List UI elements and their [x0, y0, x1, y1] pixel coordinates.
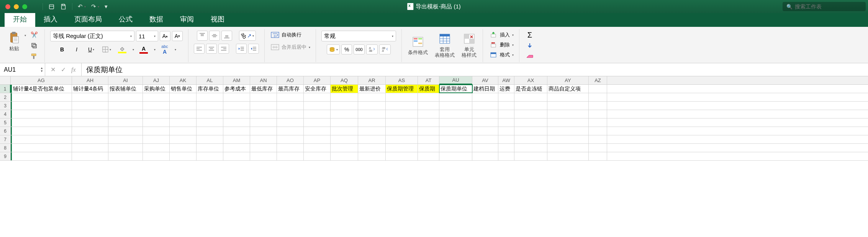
column-header-AO[interactable]: AO [277, 76, 304, 84]
cell-AW1[interactable]: 运费 [498, 85, 514, 93]
column-header-AP[interactable]: AP [304, 76, 331, 84]
redo-icon[interactable]: ↷ ▾ [91, 3, 99, 10]
cell-AT8[interactable] [418, 144, 439, 152]
home-icon[interactable] [48, 3, 55, 10]
cell-AM9[interactable] [223, 152, 250, 160]
tab-数据[interactable]: 数据 [141, 12, 172, 27]
cell-AP1[interactable]: 安全库存 [304, 85, 331, 93]
name-box[interactable]: ▲▼ [0, 63, 45, 76]
align-right-button[interactable] [218, 44, 229, 54]
cell-AR8[interactable] [358, 144, 386, 152]
cell-AR7[interactable] [358, 135, 386, 143]
cell-AJ3[interactable] [143, 102, 170, 110]
cell-AU5[interactable] [439, 118, 472, 127]
cell-AW9[interactable] [498, 152, 514, 160]
cell-AJ1[interactable]: 采购单位 [143, 85, 170, 93]
cell-AR4[interactable] [358, 110, 386, 118]
tab-插入[interactable]: 插入 [35, 12, 66, 27]
column-header-AG[interactable]: AG [11, 76, 72, 84]
cell-AY1[interactable]: 商品自定义项 [547, 85, 589, 93]
cell-AR1[interactable]: 最新进价 [358, 85, 386, 93]
cell-AP4[interactable] [304, 110, 331, 118]
row-header-2[interactable]: 2 [0, 93, 11, 101]
cell-AG2[interactable] [11, 93, 72, 101]
select-all-corner[interactable] [0, 76, 11, 84]
cell-AT3[interactable] [418, 102, 439, 110]
cell-AY5[interactable] [547, 118, 589, 127]
tab-开始[interactable]: 开始 [5, 12, 35, 27]
cell-AN9[interactable] [250, 152, 277, 160]
cell-AH3[interactable] [72, 102, 108, 110]
cell-AM8[interactable] [223, 144, 250, 152]
cell-AW8[interactable] [498, 144, 514, 152]
cell-AV6[interactable] [472, 127, 498, 135]
font-size-combo[interactable]: 11▾ [136, 31, 158, 41]
cell-AG3[interactable] [11, 102, 72, 110]
phonetic-dropdown[interactable]: ▾ [175, 48, 176, 51]
cell-AP8[interactable] [304, 144, 331, 152]
cell-AS7[interactable] [386, 135, 418, 143]
cell-AW3[interactable] [498, 102, 514, 110]
fill-button[interactable] [525, 41, 535, 50]
column-header-AT[interactable]: AT [418, 76, 439, 84]
cell-AZ2[interactable] [589, 93, 607, 101]
fx-icon[interactable]: fx [71, 66, 76, 73]
cell-AU9[interactable] [439, 152, 472, 160]
cell-AG8[interactable] [11, 144, 72, 152]
column-header-AI[interactable]: AI [108, 76, 143, 84]
format-painter-icon[interactable] [29, 52, 39, 61]
cell-AT5[interactable] [418, 118, 439, 127]
cell-AY3[interactable] [547, 102, 589, 110]
align-bottom-button[interactable] [221, 31, 232, 41]
delete-cells-button[interactable]: 删除▾ [488, 41, 514, 49]
cell-AO5[interactable] [277, 118, 304, 127]
column-header-AV[interactable]: AV [472, 76, 498, 84]
column-header-AQ[interactable]: AQ [331, 76, 358, 84]
cell-AZ7[interactable] [589, 135, 607, 143]
align-top-button[interactable] [197, 31, 208, 41]
cell-AT9[interactable] [418, 152, 439, 160]
cell-AH9[interactable] [72, 152, 108, 160]
cell-AY7[interactable] [547, 135, 589, 143]
accept-formula-icon[interactable]: ✓ [61, 66, 66, 73]
column-header-AU[interactable]: AU [439, 76, 472, 84]
cell-AQ7[interactable] [331, 135, 358, 143]
cell-AV7[interactable] [472, 135, 498, 143]
cell-AO6[interactable] [277, 127, 304, 135]
column-header-AN[interactable]: AN [250, 76, 277, 84]
cell-AZ8[interactable] [589, 144, 607, 152]
cell-AM1[interactable]: 参考成本 [223, 85, 250, 93]
currency-button[interactable]: ▾ [327, 44, 340, 54]
cell-AK9[interactable] [170, 152, 197, 160]
tab-页面布局[interactable]: 页面布局 [66, 12, 110, 27]
cell-AS2[interactable] [386, 93, 418, 101]
cell-AQ4[interactable] [331, 110, 358, 118]
cell-AV4[interactable] [472, 110, 498, 118]
bold-button[interactable]: B [57, 44, 67, 54]
cell-AK4[interactable] [170, 110, 197, 118]
cell-AL7[interactable] [197, 135, 223, 143]
cell-AL5[interactable] [197, 118, 223, 127]
tab-视图[interactable]: 视图 [202, 12, 233, 27]
save-icon[interactable] [60, 3, 67, 10]
align-left-button[interactable] [194, 44, 205, 54]
cell-AH6[interactable] [72, 127, 108, 135]
increase-indent-button[interactable] [248, 44, 259, 54]
column-header-AY[interactable]: AY [547, 76, 589, 84]
cell-AS4[interactable] [386, 110, 418, 118]
cell-AP9[interactable] [304, 152, 331, 160]
cell-AL2[interactable] [197, 93, 223, 101]
cell-AV9[interactable] [472, 152, 498, 160]
cell-AK7[interactable] [170, 135, 197, 143]
cell-AO9[interactable] [277, 152, 304, 160]
wrap-text-button[interactable]: 自动换行 [270, 31, 301, 39]
cell-AS6[interactable] [386, 127, 418, 135]
cell-AO3[interactable] [277, 102, 304, 110]
cell-AX1[interactable]: 是否走冻链 [514, 85, 547, 93]
cell-AO2[interactable] [277, 93, 304, 101]
cell-AU6[interactable] [439, 127, 472, 135]
cell-AG9[interactable] [11, 152, 72, 160]
cell-AX9[interactable] [514, 152, 547, 160]
cell-AS1[interactable]: 保质期管理 [386, 85, 418, 93]
decrease-decimal-button[interactable]: .00.0 [379, 44, 391, 54]
